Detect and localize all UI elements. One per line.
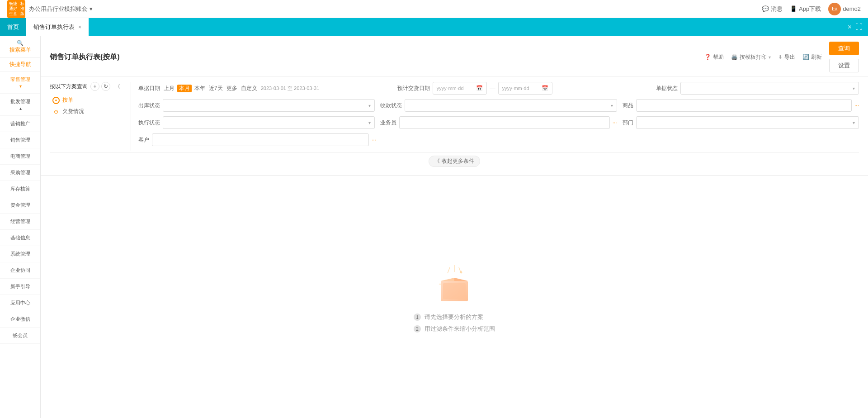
date-tab-more[interactable]: 更多: [226, 85, 238, 92]
user-profile[interactable]: Ea demo2: [828, 3, 861, 15]
refresh-btn[interactable]: 🔄 刷新: [802, 53, 822, 61]
scheme-add-btn[interactable]: +: [90, 82, 99, 91]
goods-label: 商品: [623, 102, 633, 109]
sidebar-item-wechat[interactable]: 企业微信: [0, 311, 40, 328]
empty-tip-2: 2 用过滤条件来缩小分析范围: [414, 325, 495, 333]
filter-left: 按以下方案查询 + ↻ 《 ● 按单 ⊙ 欠货情况: [50, 82, 859, 151]
scheme-collapse-btn[interactable]: 《: [113, 82, 122, 91]
filter-group-salesperson: 业务员 ···: [380, 116, 617, 129]
date-tab-this-year[interactable]: 本年: [193, 85, 206, 92]
scheme-refresh-btn[interactable]: ↻: [101, 82, 110, 91]
tab-close-icon[interactable]: ×: [78, 24, 81, 30]
top-bar-right: 💬 消息 📱 App下载 Ea demo2: [762, 3, 861, 15]
export-btn[interactable]: ⬇ 导出: [778, 53, 795, 61]
sidebar-item-system[interactable]: 系统管理: [0, 246, 40, 262]
sidebar-search[interactable]: 🔍 搜索菜单: [0, 36, 40, 58]
customer-more-btn[interactable]: ···: [372, 137, 376, 143]
sidebar-item-inventory[interactable]: 库存核算: [0, 181, 40, 197]
scheme-item-shortage-icon: ⊙: [52, 108, 60, 115]
sidebar-item-marketing[interactable]: 营销推广: [0, 116, 40, 132]
sidebar-item-purchase[interactable]: 采购管理: [0, 165, 40, 181]
calendar-icon-2: 📅: [542, 85, 548, 91]
date-tab-this-month[interactable]: 本月: [177, 85, 192, 92]
sidebar: 🔍 搜索菜单 快捷导航 零售管理 ▾ 批发管理 ▴ 营销推广 销售管理 电商管理…: [0, 36, 41, 418]
expected-date-end[interactable]: yyyy-mm-dd 📅: [498, 82, 552, 95]
print-arrow-icon: ▾: [769, 55, 771, 60]
avatar: Ea: [828, 3, 841, 15]
app-selector[interactable]: 办公用品行业模拟账套 ▾: [29, 5, 93, 13]
message-btn[interactable]: 💬 消息: [762, 5, 783, 13]
filter-right: 单据日期 上月 本月 本年 近7天 更多 自定义 2023-03-01 至 20…: [131, 82, 859, 151]
sidebar-item-sales[interactable]: 销售管理: [0, 132, 40, 148]
date-tab-last-month[interactable]: 上月: [163, 85, 175, 92]
tip-number-2: 2: [414, 325, 421, 332]
svg-text:✦: ✦: [439, 282, 442, 286]
salesperson-input[interactable]: [399, 116, 609, 129]
print-icon: 🖨️: [731, 54, 738, 60]
query-button[interactable]: 查询: [829, 42, 859, 55]
sidebar-item-members[interactable]: 畅会员: [0, 328, 40, 344]
exec-status-select[interactable]: ▾: [163, 116, 375, 129]
collapse-icon: 《: [434, 157, 440, 165]
app-download-btn[interactable]: 📱 App下载: [790, 5, 821, 13]
filter-row-3: 执行状态 ▾ 业务员 ··· 部门: [138, 116, 859, 129]
date-separator: —: [490, 85, 495, 92]
sidebar-item-guide[interactable]: 新手引导: [0, 279, 40, 295]
sidebar-quick-nav[interactable]: 快捷导航: [0, 58, 40, 71]
out-status-select[interactable]: ▾: [163, 99, 375, 112]
empty-state: ✦ ✦ 1 请先选择要分析的方案 2 用过滤条件来缩小分析范围: [396, 242, 513, 351]
sidebar-item-wholesale[interactable]: 批发管理 ▴: [0, 94, 40, 116]
filter-panel: 按以下方案查询 + ↻ 《 ● 按单 ⊙ 欠货情况: [41, 76, 868, 176]
quick-nav-label: 快捷导航: [9, 61, 31, 67]
svg-line-6: [448, 267, 450, 273]
tab-sales-order-exec[interactable]: 销售订单执行表 ×: [26, 18, 89, 36]
doc-status-select[interactable]: ▾: [680, 82, 859, 95]
table-area: ✦ ✦ 1 请先选择要分析的方案 2 用过滤条件来缩小分析范围: [41, 176, 868, 418]
expected-date-start[interactable]: yyyy-mm-dd 📅: [433, 82, 487, 95]
top-bar-left: 畅捷通好生意 标准版 办公用品行业模拟账套 ▾: [7, 0, 93, 18]
goods-more-btn[interactable]: ···: [854, 102, 859, 109]
scheme-item-shortage[interactable]: ⊙ 欠货情况: [50, 106, 125, 117]
filter-group-expected-date: 预计交货日期 yyyy-mm-dd 📅 — yyyy-mm-dd 📅: [397, 82, 651, 95]
collapse-bar: 《 收起更多条件: [50, 152, 859, 170]
page-header: 销售订单执行表(按单) ❓ 帮助 🖨️ 按模板打印 ▾ ⬇ 导出 🔄 刷新: [41, 36, 868, 76]
scheme-item-order[interactable]: ● 按单: [50, 95, 125, 106]
exec-status-arrow: ▾: [368, 120, 371, 125]
main-layout: 🔍 搜索菜单 快捷导航 零售管理 ▾ 批发管理 ▴ 营销推广 销售管理 电商管理…: [0, 36, 868, 418]
app-logo: 畅捷通好生意 标准版: [7, 0, 25, 18]
message-icon: 💬: [762, 5, 769, 12]
tab-home[interactable]: 首页: [0, 18, 26, 36]
empty-tips: 1 请先选择要分析的方案 2 用过滤条件来缩小分析范围: [414, 313, 495, 333]
sidebar-item-ecommerce[interactable]: 电商管理: [0, 148, 40, 165]
sidebar-item-app-center[interactable]: 应用中心: [0, 295, 40, 311]
filter-group-customer: 客户 ···: [138, 133, 376, 146]
sidebar-item-retail[interactable]: 零售管理 ▾: [0, 71, 40, 94]
tab-maximize-icon[interactable]: ⛶: [855, 23, 863, 31]
salesperson-more-btn[interactable]: ···: [613, 119, 617, 126]
print-btn[interactable]: 🖨️ 按模板打印 ▾: [731, 53, 771, 61]
expected-date-label: 预计交货日期: [397, 85, 430, 92]
exec-status-label: 执行状态: [138, 119, 160, 127]
app-download-icon: 📱: [790, 5, 797, 12]
date-tab-7days[interactable]: 近7天: [208, 85, 224, 92]
scheme-actions: + ↻: [90, 82, 110, 91]
customer-input[interactable]: [152, 133, 369, 146]
tab-minimize-icon[interactable]: ×: [848, 23, 852, 31]
department-select[interactable]: ▾: [636, 116, 859, 129]
sidebar-item-collab[interactable]: 企业协同: [0, 262, 40, 279]
date-tab-custom[interactable]: 自定义: [240, 85, 258, 92]
calendar-icon: 📅: [476, 85, 483, 91]
sidebar-item-operations[interactable]: 经营管理: [0, 214, 40, 230]
goods-input[interactable]: [636, 99, 852, 112]
collapse-btn[interactable]: 《 收起更多条件: [429, 156, 480, 167]
sidebar-item-basic-info[interactable]: 基础信息: [0, 230, 40, 246]
sidebar-search-label: 搜索菜单: [4, 46, 37, 54]
filter-group-doc-status: 单据状态 ▾: [656, 82, 859, 95]
collection-status-select[interactable]: ▾: [405, 99, 617, 112]
date-tabs: 上月 本月 本年 近7天 更多 自定义: [163, 85, 258, 92]
settings-button[interactable]: 设置: [829, 59, 859, 72]
sidebar-item-finance[interactable]: 资金管理: [0, 197, 40, 214]
content-area: 销售订单执行表(按单) ❓ 帮助 🖨️ 按模板打印 ▾ ⬇ 导出 🔄 刷新: [41, 36, 868, 418]
help-btn[interactable]: ❓ 帮助: [704, 53, 724, 61]
empty-tip-1: 1 请先选择要分析的方案: [414, 313, 495, 321]
